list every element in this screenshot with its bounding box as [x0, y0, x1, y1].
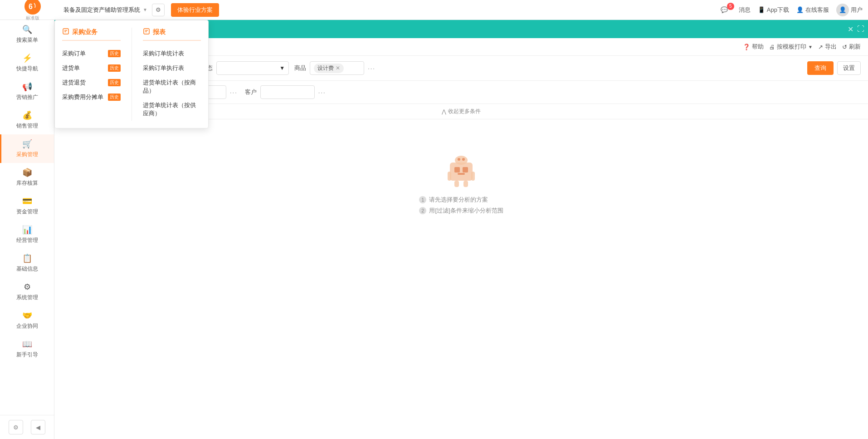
refresh-label: 刷新 — [849, 43, 861, 51]
empty-state: 1 请先选择要分析的方案 2 用[过滤]条件来缩小分析范围 — [54, 119, 868, 242]
dropdown-item-return[interactable]: 进货退货 历史 — [62, 75, 121, 90]
sidebar-item-basic[interactable]: 📋 基础信息 — [0, 249, 54, 277]
system-arrow-icon[interactable]: ▼ — [143, 7, 147, 12]
help-label: 帮助 — [752, 43, 764, 51]
sidebar-item-sales[interactable]: 💰 销售管理 — [0, 106, 54, 134]
hint-num-2: 2 — [419, 207, 426, 214]
print-btn[interactable]: 🖨 按模板打印 ▼ — [769, 43, 813, 51]
topbar-right: 💬 5 消息 📱 App下载 👤 在线客服 👤 用户 — [721, 4, 863, 16]
dropdown-item-receipt-stats-goods[interactable]: 进货单统计表（按商品） — [143, 75, 201, 98]
refresh-icon: ↺ — [842, 44, 847, 50]
customer-more-dots[interactable]: ··· — [318, 89, 326, 96]
svg-rect-8 — [463, 181, 468, 187]
sidebar-item-inventory[interactable]: 📦 库存核算 — [0, 163, 54, 192]
svg-rect-12 — [63, 29, 68, 34]
settings-icon[interactable]: ⚙ — [152, 4, 165, 16]
main-layout: 🔍 搜索菜单 ⚡ 快捷导航 📢 营销推广 💰 销售管理 🛒 采购管理 📦 库存核… — [0, 20, 868, 439]
history-badge-2: 历史 — [108, 79, 121, 86]
query-btn[interactable]: 查询 — [807, 61, 834, 75]
tab-close-btn[interactable]: ✕ — [848, 25, 853, 34]
customer-select[interactable] — [260, 85, 315, 99]
svg-rect-7 — [454, 181, 459, 187]
settings-btn[interactable]: 设置 — [837, 61, 861, 75]
sidebar-label-system: 系统管理 — [16, 294, 38, 301]
avatar: 👤 — [836, 4, 849, 16]
dropdown-label-return: 进货退货 — [62, 79, 86, 87]
goods-tag-close[interactable]: ✕ — [336, 65, 340, 71]
dropdown-label-order-exec: 采购订单执行表 — [143, 64, 184, 72]
sidebar-item-guide[interactable]: 📖 新手引导 — [0, 335, 54, 363]
sidebar-label-purchase: 采购管理 — [16, 151, 38, 158]
status-arrow: ▼ — [279, 65, 285, 71]
collapse-sidebar-btn[interactable]: ◀ — [31, 420, 45, 434]
service-label: 在线客服 — [805, 6, 829, 14]
sidebar-item-search[interactable]: 🔍 搜索菜单 — [0, 20, 54, 49]
print-label: 按模板打印 — [777, 43, 806, 51]
dropdown-item-receipt-stats-supplier[interactable]: 进货单统计表（按供应商） — [143, 98, 201, 121]
empty-hint-2: 2 用[过滤]条件来缩小分析范围 — [419, 207, 503, 215]
export-label: 导出 — [825, 43, 837, 51]
refresh-btn[interactable]: ↺ 刷新 — [842, 43, 861, 51]
dropdown-item-receipt[interactable]: 进货单 历史 — [62, 61, 121, 75]
svg-rect-2 — [454, 167, 460, 173]
collapse-btn[interactable]: ⋀ 收起更多条件 — [442, 104, 481, 119]
logo-area: 6 标准版 — [5, 0, 60, 21]
collapse-label: 收起更多条件 — [448, 108, 481, 115]
sidebar-item-quicknav[interactable]: ⚡ 快捷导航 — [0, 49, 54, 77]
message-badge: 5 — [727, 3, 734, 10]
sidebar-item-marketing[interactable]: 📢 营销推广 — [0, 77, 54, 106]
purchase-business-col: 采购业务 采购订单 历史 进货单 历史 进货退货 历史 — [62, 28, 121, 121]
print-icon: 🖨 — [769, 44, 775, 50]
purchase-col-icon — [62, 28, 69, 36]
dropdown-item-purchase-order[interactable]: 采购订单 历史 — [62, 46, 121, 61]
industry-btn[interactable]: 体验行业方案 — [171, 3, 219, 17]
collapse-up-icon: ⋀ — [442, 109, 446, 115]
sidebar-item-purchase[interactable]: 🛒 采购管理 — [0, 134, 54, 163]
sidebar-item-operations[interactable]: 📊 经营管理 — [0, 220, 54, 249]
print-arrow: ▼ — [808, 44, 813, 49]
sidebar-label-search: 搜索菜单 — [16, 36, 38, 44]
goods-more-dots[interactable]: ··· — [368, 65, 375, 72]
app-label: App下载 — [767, 6, 789, 14]
customer-label: 客户 — [245, 88, 257, 96]
online-service-btn[interactable]: 👤 在线客服 — [796, 6, 829, 14]
sidebar-label-operations: 经营管理 — [16, 237, 38, 244]
dropdown-label-receipt-stats-goods: 进货单统计表（按商品） — [143, 79, 201, 95]
dropdown-label-receipt: 进货单 — [62, 64, 80, 72]
svg-point-11 — [462, 158, 465, 161]
system-name-area: 装备及固定资产辅助管理系统 ▼ ⚙ 体验行业方案 — [63, 3, 721, 17]
goods-select[interactable]: 设计费 ✕ — [310, 61, 364, 75]
settings-bottom-btn[interactable]: ⚙ — [9, 420, 23, 434]
dropdown-item-order-exec[interactable]: 采购订单执行表 — [143, 61, 201, 75]
sidebar-item-finance[interactable]: 💳 资金管理 — [0, 192, 54, 220]
status-select[interactable]: ▼ — [216, 61, 289, 75]
quicknav-icon: ⚡ — [22, 53, 32, 63]
sidebar-item-system[interactable]: ⚙ 系统管理 — [0, 277, 54, 306]
tab-expand-btn[interactable]: ⛶ — [857, 25, 864, 33]
sales-icon: 💰 — [22, 110, 32, 120]
message-label: 消息 — [739, 6, 751, 14]
sidebar-label-finance: 资金管理 — [16, 208, 38, 216]
history-badge-0: 历史 — [108, 50, 121, 57]
marketing-icon: 📢 — [22, 82, 32, 92]
dropdown-item-expense[interactable]: 采购费用分摊单 历史 — [62, 90, 121, 104]
logo-icon: 6 — [24, 0, 41, 15]
export-btn[interactable]: ↗ 导出 — [818, 43, 837, 51]
sidebar-label-sales: 销售管理 — [16, 122, 38, 130]
svg-rect-3 — [463, 167, 468, 173]
user-btn[interactable]: 👤 用户 — [836, 4, 863, 16]
sidebar-item-collab[interactable]: 🤝 企业协同 — [0, 306, 54, 335]
dropdown-item-order-stats[interactable]: 采购订单统计表 — [143, 46, 201, 61]
message-btn[interactable]: 💬 5 消息 — [721, 6, 751, 14]
hint-text-1: 请先选择要分析的方案 — [429, 196, 488, 204]
sidebar: 🔍 搜索菜单 ⚡ 快捷导航 📢 营销推广 💰 销售管理 🛒 采购管理 📦 库存核… — [0, 20, 54, 439]
sidebar-label-guide: 新手引导 — [16, 351, 38, 359]
dropdown-label-receipt-stats-supplier: 进货单统计表（按供应商） — [143, 101, 201, 118]
purchase-col-title: 采购业务 — [62, 28, 121, 41]
help-btn[interactable]: ❓ 帮助 — [743, 43, 764, 51]
operations-icon: 📊 — [22, 225, 32, 235]
purchase-dropdown: 采购业务 采购订单 历史 进货单 历史 进货退货 历史 — [54, 20, 209, 128]
app-download-btn[interactable]: 📱 App下载 — [758, 6, 789, 14]
svg-text:6: 6 — [29, 3, 33, 10]
salesman-more-dots[interactable]: ··· — [230, 89, 238, 96]
